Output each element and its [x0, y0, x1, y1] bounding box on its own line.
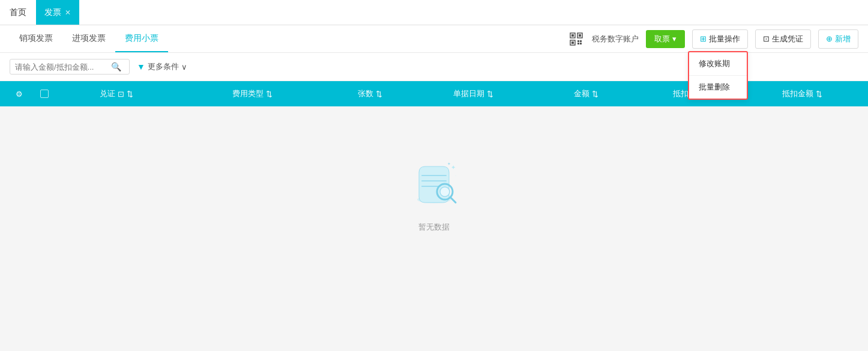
add-label: 新增	[835, 34, 851, 44]
th-checkbox[interactable]	[34, 90, 55, 98]
th-date[interactable]: 单据日期 ⇅	[412, 88, 534, 99]
svg-line-13	[450, 197, 456, 203]
th-amount-label: 金额	[574, 88, 589, 99]
th-voucher-label: 兑证	[100, 88, 115, 99]
empty-state: ✦ · ✦ 暂无数据	[0, 106, 868, 257]
get-ticket-label: 取票	[654, 34, 670, 44]
invoice-tab-label: 发票	[44, 7, 61, 18]
th-expense-label: 费用类型	[232, 88, 264, 99]
th-voucher[interactable]: 兑证 ⊡ ⇅	[55, 88, 177, 99]
th-amount[interactable]: 金额 ⇅	[534, 88, 637, 99]
th-sheets-sort[interactable]: ⇅	[376, 90, 382, 99]
svg-text:·: ·	[455, 173, 456, 179]
th-settings[interactable]: ⚙	[5, 90, 34, 99]
tax-account-button[interactable]: 税务数字账户	[592, 34, 639, 44]
generate-icon: ⊡	[763, 34, 770, 43]
more-conditions-label: 更多条件	[148, 61, 179, 72]
batch-ops-container: ⊞ 批量操作 修改账期 批量删除	[692, 29, 748, 49]
batch-ops-label: 批量操作	[709, 34, 740, 44]
tab-purchase-invoice[interactable]: 进项发票	[62, 25, 115, 52]
add-new-button[interactable]: ⊕ 新增	[818, 29, 858, 49]
svg-rect-8	[577, 43, 579, 44]
tab-purchase-label: 进项发票	[72, 33, 106, 44]
batch-dropdown-menu: 修改账期 批量删除	[688, 51, 748, 100]
sub-nav: 销项发票 进项发票 费用小票 税务数字账户 取票 ▾	[0, 25, 868, 53]
batch-ops-icon: ⊞	[700, 34, 707, 43]
add-icon: ⊕	[826, 34, 833, 43]
tab-expense-label: 费用小票	[125, 33, 158, 44]
filter-icon: ▼	[137, 62, 145, 72]
th-date-label: 单据日期	[453, 88, 484, 99]
svg-text:✦: ✦	[451, 164, 456, 171]
th-sheets[interactable]: 张数 ⇅	[328, 88, 412, 99]
search-input[interactable]	[15, 63, 111, 72]
th-voucher-sort[interactable]: ⇅	[127, 90, 133, 99]
home-tab[interactable]: 首页	[0, 0, 36, 25]
modify-period-item[interactable]: 修改账期	[689, 52, 747, 75]
tab-sales-label: 销项发票	[19, 33, 53, 44]
more-conditions-arrow: ∨	[181, 63, 187, 72]
svg-rect-6	[577, 40, 579, 42]
th-date-sort[interactable]: ⇅	[487, 90, 493, 99]
th-expense-sort[interactable]: ⇅	[266, 90, 273, 99]
batch-delete-item[interactable]: 批量删除	[689, 75, 747, 99]
tab-sales-invoice[interactable]: 销项发票	[10, 25, 62, 52]
svg-rect-1	[571, 34, 574, 37]
select-all-checkbox[interactable]	[40, 90, 49, 98]
svg-rect-9	[580, 43, 582, 44]
generate-voucher-button[interactable]: ⊡ 生成凭证	[755, 29, 811, 49]
th-expense-type[interactable]: 费用类型 ⇅	[177, 88, 327, 99]
th-deduct-amount[interactable]: 抵扣金额 ⇅	[741, 88, 863, 99]
svg-point-12	[440, 187, 450, 197]
svg-rect-7	[580, 40, 582, 42]
th-sheets-label: 张数	[358, 88, 373, 99]
settings-icon[interactable]: ⚙	[16, 90, 23, 99]
svg-text:✦: ✦	[447, 162, 451, 166]
th-deduct-amount-sort[interactable]: ⇅	[816, 90, 822, 99]
get-ticket-button[interactable]: 取票 ▾	[646, 30, 685, 48]
invoice-tab[interactable]: 发票 ✕	[36, 0, 79, 25]
dropdown-arrow-icon: ▾	[672, 34, 677, 43]
th-amount-sort[interactable]: ⇅	[592, 90, 598, 99]
svg-rect-5	[571, 41, 574, 44]
empty-text: 暂无数据	[418, 222, 450, 233]
top-nav: 首页 发票 ✕	[0, 0, 868, 25]
close-tab-icon[interactable]: ✕	[65, 8, 71, 17]
search-box: 🔍	[10, 59, 130, 75]
qr-code-icon[interactable]	[568, 31, 585, 47]
batch-ops-button[interactable]: ⊞ 批量操作	[692, 29, 748, 49]
generate-label: 生成凭证	[772, 34, 803, 44]
th-deduct-amount-label: 抵扣金额	[782, 88, 813, 99]
toolbar-right: 税务数字账户 取票 ▾ ⊞ 批量操作 修改账期 批量删除 ⊡ 生成凭证 ⊕ 新增	[568, 29, 858, 49]
empty-illustration: ✦ · ✦	[404, 154, 464, 215]
more-conditions-button[interactable]: ▼ 更多条件 ∨	[137, 61, 187, 72]
svg-rect-3	[579, 34, 581, 37]
tab-expense-receipt[interactable]: 费用小票	[115, 25, 168, 52]
th-voucher-icon: ⊡	[118, 90, 124, 99]
search-icon[interactable]: 🔍	[111, 62, 121, 72]
